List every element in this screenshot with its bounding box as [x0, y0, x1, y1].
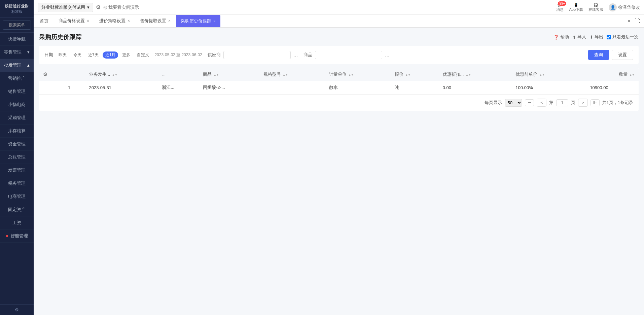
- tabbar-controls: × ⛶: [626, 15, 643, 27]
- th-unit[interactable]: 计量单位 ▲▼: [325, 68, 391, 81]
- date-opt-1month[interactable]: 近1月: [103, 51, 118, 59]
- export-link[interactable]: ⬇ 导出: [589, 34, 603, 40]
- sidebar-item-inventory[interactable]: 库存核算: [0, 125, 34, 138]
- th-pre-discount-price[interactable]: 优惠前单价 ▲▼: [511, 68, 586, 81]
- user-name: 徐泽华修改: [618, 4, 640, 10]
- tab-close-all-icon[interactable]: ×: [626, 17, 632, 26]
- sidebar-item-purchase[interactable]: 采购管理: [0, 111, 34, 125]
- help-link[interactable]: ❓ 帮助: [553, 34, 569, 40]
- customer-service-button[interactable]: 🎧 在线客服: [588, 3, 603, 12]
- pagination-last-button[interactable]: ⊩: [591, 99, 600, 106]
- date-opt-more[interactable]: 更多: [119, 51, 133, 59]
- cell-goods: 丙烯酸-2-...: [199, 81, 259, 94]
- play-icon: ◎: [103, 5, 107, 10]
- mobile-icon: 📱: [574, 3, 578, 7]
- settings-gear-icon[interactable]: ⚙: [96, 4, 101, 10]
- version-selector[interactable]: 好业财标准版交付试用 ▾: [38, 3, 93, 12]
- chevron-down-icon: ▾: [87, 5, 90, 10]
- app-download-button[interactable]: 📱 App下载: [569, 3, 583, 12]
- demo-label: 我要看实例演示: [108, 4, 139, 10]
- sort-arrows-icon: ▲▼: [629, 74, 635, 76]
- sidebar-item-ecommerce[interactable]: 电商管理: [0, 190, 34, 203]
- supplier-filter-group: 供应商 …: [208, 51, 298, 59]
- sidebar-item-invoice[interactable]: 发票管理: [0, 164, 34, 177]
- import-link[interactable]: ⬆ 导入: [572, 34, 586, 40]
- tab-close-icon[interactable]: ×: [87, 19, 89, 23]
- th-discount[interactable]: 优惠折扣... ▲▼: [439, 68, 512, 81]
- tab-close-icon[interactable]: ×: [128, 19, 130, 23]
- version-label: 好业财标准版交付试用: [41, 4, 85, 10]
- goods-label: 商品: [303, 52, 312, 58]
- tab-goods-price[interactable]: 商品价格设置 ×: [54, 15, 94, 27]
- pagination-prev-button[interactable]: ＜: [537, 99, 546, 107]
- pagination-next-button[interactable]: ＞: [578, 99, 588, 107]
- sidebar-item-quick-nav[interactable]: 快捷导航: [0, 33, 34, 46]
- sidebar-item-wholesale[interactable]: 批发管理 ▴: [0, 59, 34, 72]
- th-gear[interactable]: ⚙: [39, 68, 64, 81]
- th-quantity[interactable]: 数量 ▲▼: [586, 68, 639, 81]
- sidebar-item-ecommerce-small[interactable]: 小畅电商: [0, 98, 34, 111]
- export-icon: ⬇: [589, 35, 593, 40]
- page-suffix: 页: [571, 100, 575, 106]
- tab-expand-icon[interactable]: ⛶: [633, 17, 641, 26]
- query-button[interactable]: 查询: [588, 50, 609, 60]
- column-settings-icon[interactable]: ⚙: [43, 71, 47, 77]
- supplier-input[interactable]: [223, 51, 291, 59]
- message-button[interactable]: 💬 99+ 消息: [556, 3, 564, 12]
- user-profile-button[interactable]: 👤 徐泽华修改: [609, 3, 640, 11]
- sidebar: 畅捷通好业财 标准版 搜索菜单 快捷导航 零售管理 ▾ 批发管理 ▴ 营销推广 …: [0, 0, 34, 315]
- only-last-checkbox[interactable]: [607, 35, 611, 39]
- sidebar-item-retail[interactable]: 零售管理 ▾: [0, 46, 34, 59]
- avatar: 👤: [609, 3, 617, 11]
- th-spec[interactable]: 规格型号 ▲▼: [259, 68, 325, 81]
- sidebar-item-finance[interactable]: 资金管理: [0, 138, 34, 151]
- supplier-dots-icon[interactable]: …: [293, 52, 298, 58]
- th-price[interactable]: 报价 ▲▼: [391, 68, 439, 81]
- tab-sale-price[interactable]: 售价提取设置 ×: [135, 15, 175, 27]
- th-more[interactable]: ...: [158, 68, 199, 81]
- main-area: 好业财标准版交付试用 ▾ ⚙ ◎ 我要看实例演示 💬 99+ 消息 📱 App下…: [34, 0, 644, 315]
- goods-input[interactable]: [315, 51, 382, 59]
- sidebar-item-sales[interactable]: 销售管理: [0, 85, 34, 98]
- sidebar-search-area[interactable]: 搜索菜单: [0, 18, 34, 33]
- goods-dots-icon[interactable]: …: [385, 52, 390, 58]
- sidebar-item-ledger[interactable]: 总账管理: [0, 151, 34, 164]
- date-filter-group: 日期 昨天 今天 近7天 近1月 更多 自定义 2023-05-02 至 202…: [44, 51, 202, 59]
- only-last-checkbox-label[interactable]: 只看最后一次: [607, 34, 639, 40]
- sidebar-item-smart[interactable]: ● 智能管理: [0, 230, 34, 243]
- date-opt-custom[interactable]: 自定义: [134, 51, 152, 59]
- cell-price-unit: 吨: [391, 81, 439, 94]
- gear-icon: ⚙: [15, 307, 19, 312]
- per-page-select[interactable]: 50 10 20 100: [505, 99, 522, 107]
- tab-close-icon[interactable]: ×: [168, 19, 171, 23]
- demo-link[interactable]: ◎ 我要看实例演示: [103, 4, 139, 10]
- sidebar-item-payroll[interactable]: 工资: [0, 216, 34, 230]
- tab-purchase-history[interactable]: 采购历史价跟踪 ×: [176, 15, 220, 27]
- message-label: 消息: [556, 7, 564, 12]
- search-menu-button[interactable]: 搜索菜单: [3, 21, 31, 30]
- message-badge: 99+: [558, 1, 566, 6]
- sidebar-item-tax[interactable]: 税务管理: [0, 177, 34, 190]
- page-input[interactable]: [556, 99, 568, 106]
- import-label: 导入: [577, 34, 586, 40]
- sidebar-item-fixed-assets[interactable]: 固定资产: [0, 203, 34, 216]
- sidebar-logo: 畅捷通好业财 标准版: [0, 0, 34, 18]
- filter-row: 日期 昨天 今天 近7天 近1月 更多 自定义 2023-05-02 至 202…: [44, 50, 633, 60]
- page-actions: ❓ 帮助 ⬆ 导入 ⬇ 导出 只看最后一次: [553, 34, 639, 40]
- date-opt-today[interactable]: 今天: [71, 51, 84, 59]
- filter-settings-button[interactable]: 设置: [612, 50, 633, 60]
- th-business-date[interactable]: 业务发生... ▲▼: [85, 68, 158, 81]
- tab-close-icon[interactable]: ×: [213, 19, 216, 24]
- cell-row-actions: [39, 81, 64, 94]
- pagination-first-button[interactable]: ⊨: [525, 99, 534, 106]
- filter-actions: 查询 设置: [588, 50, 633, 60]
- date-opt-yesterday[interactable]: 昨天: [56, 51, 69, 59]
- tab-purchase-strategy[interactable]: 进价策略设置 ×: [95, 15, 135, 27]
- sidebar-item-marketing[interactable]: 营销推广: [0, 72, 34, 85]
- date-opt-7days[interactable]: 近7天: [85, 51, 101, 59]
- per-page-label: 每页显示: [485, 100, 502, 106]
- sidebar-settings-icon[interactable]: ⚙: [0, 304, 34, 315]
- tab-home[interactable]: 首页: [35, 15, 53, 27]
- th-goods[interactable]: 商品 ▲▼: [199, 68, 259, 81]
- cell-spec: [259, 81, 325, 94]
